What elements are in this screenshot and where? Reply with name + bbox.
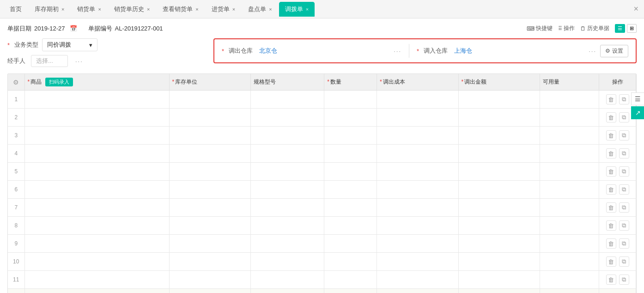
tab-sales-history[interactable]: 销货单历史 ×: [108, 2, 156, 17]
scan-button[interactable]: 扫码录入: [45, 78, 73, 86]
tab-inventory[interactable]: 盘点单 ×: [242, 2, 278, 17]
person-row: 经手人 选择... ···: [7, 55, 206, 67]
business-type-select[interactable]: 同价调拨 ▾: [42, 38, 97, 51]
out-warehouse-more-button[interactable]: ···: [394, 48, 401, 55]
items-table: ⚙ *商品 扫码录入 *库存单位 规格型号 *数量 *调出成本 *调出金额 可用…: [7, 73, 637, 293]
in-required-marker: *: [417, 48, 419, 55]
subtotal-row: 小计 0.00 0.00 0.00: [8, 289, 636, 293]
warehouse-divider: [409, 44, 409, 58]
close-all-tabs-button[interactable]: ×: [632, 2, 640, 16]
sidebar-expand-icon[interactable]: ↗: [631, 106, 644, 119]
person-more-button[interactable]: ···: [75, 58, 83, 65]
grid-view-button[interactable]: ⊞: [627, 24, 637, 33]
copy-row-button[interactable]: ⧉: [619, 275, 629, 285]
table-row: 5🗑⧉: [8, 163, 636, 181]
form-header: 单据日期 2019-12-27 📅 单据编号 AL-20191227-001 ⌨…: [7, 24, 637, 33]
close-icon[interactable]: ×: [195, 6, 198, 12]
delete-row-button[interactable]: 🗑: [606, 220, 616, 231]
copy-row-button[interactable]: ⧉: [619, 166, 629, 177]
spec-col-header: 规格型号: [251, 74, 324, 91]
close-icon[interactable]: ×: [147, 6, 150, 12]
table-row: 4🗑⧉: [8, 145, 636, 163]
tab-home[interactable]: 首页: [4, 2, 28, 17]
action-col-header: 操作: [599, 74, 636, 91]
number-field: 单据编号 AL-20191227-001: [88, 24, 163, 33]
tab-bar: 首页 库存期初 × 销货单 × 销货单历史 × 查看销货单 × 进货单 × 盘点…: [0, 0, 644, 18]
product-col-header: *商品 扫码录入: [24, 74, 169, 91]
available-col-header: 可用量: [540, 74, 599, 91]
copy-row-button[interactable]: ⧉: [619, 94, 629, 104]
settings-col-header: ⚙: [8, 74, 24, 91]
operations-button[interactable]: ⠿ 操作: [558, 24, 575, 32]
subtotal-amount: 0.00: [458, 289, 540, 293]
copy-row-button[interactable]: ⧉: [619, 112, 629, 122]
copy-row-button[interactable]: ⧉: [619, 220, 629, 231]
copy-row-button[interactable]: ⧉: [619, 256, 629, 267]
business-type-row: * 业务类型 同价调拨 ▾: [7, 38, 206, 51]
warehouse-out-section: * 调出仓库 北京仓 ···: [222, 47, 401, 55]
tab-transfer[interactable]: 调拨单 ×: [279, 2, 315, 17]
delete-row-button[interactable]: 🗑: [606, 130, 616, 140]
table-gear-icon[interactable]: ⚙: [13, 79, 19, 86]
table-row: 3🗑⧉: [8, 127, 636, 145]
history-button[interactable]: 🗒 历史单据: [580, 24, 609, 32]
in-warehouse-more-button[interactable]: ···: [589, 48, 596, 55]
out-required-marker: *: [222, 48, 224, 55]
table-row: 7🗑⧉: [8, 199, 636, 217]
tab-view-sales[interactable]: 查看销货单 ×: [157, 2, 204, 17]
table-row: 9🗑⧉: [8, 235, 636, 253]
delete-row-button[interactable]: 🗑: [606, 275, 616, 285]
calendar-icon[interactable]: 📅: [70, 25, 77, 32]
tab-sales-order[interactable]: 销货单 ×: [71, 2, 107, 17]
unit-col-header: *库存单位: [169, 74, 251, 91]
sidebar-list-icon[interactable]: ☰: [631, 92, 644, 105]
table-row: 8🗑⧉: [8, 217, 636, 235]
delete-row-button[interactable]: 🗑: [606, 256, 616, 267]
main-content: 单据日期 2019-12-27 📅 单据编号 AL-20191227-001 ⌨…: [0, 18, 644, 293]
gear-icon: ⚙: [605, 48, 610, 54]
required-marker: *: [7, 42, 10, 49]
table-row: 11🗑⧉: [8, 271, 636, 289]
header-actions: ⌨ 快捷键 ⠿ 操作 🗒 历史单据 ☰ ⊞: [527, 24, 637, 33]
table-row: 6🗑⧉: [8, 181, 636, 199]
delete-row-button[interactable]: 🗑: [606, 202, 616, 213]
close-icon[interactable]: ×: [269, 6, 272, 12]
amount-col-header: *调出金额: [458, 74, 540, 91]
history-icon: 🗒: [580, 25, 586, 32]
list-view-button[interactable]: ☰: [615, 24, 625, 33]
warehouse-settings-button[interactable]: ⚙ 设置: [600, 45, 628, 57]
qty-col-header: *数量: [324, 74, 377, 91]
copy-row-button[interactable]: ⧉: [619, 148, 629, 159]
delete-row-button[interactable]: 🗑: [606, 148, 616, 159]
chevron-down-icon: ▾: [89, 42, 92, 49]
warehouse-in-section: * 调入仓库 上海仓 ···: [417, 47, 596, 55]
tab-purchase[interactable]: 进货单 ×: [206, 2, 241, 17]
date-field: 单据日期 2019-12-27 📅: [7, 24, 77, 33]
warehouse-box: * 调出仓库 北京仓 ··· * 调入仓库 上海仓 ··· ⚙ 设置: [213, 38, 637, 63]
delete-row-button[interactable]: 🗑: [606, 184, 616, 195]
copy-row-button[interactable]: ⧉: [619, 130, 629, 140]
close-icon[interactable]: ×: [61, 6, 64, 12]
cost-col-header: *调出成本: [377, 74, 459, 91]
close-icon[interactable]: ×: [232, 6, 235, 12]
shortcuts-button[interactable]: ⌨ 快捷键: [527, 24, 553, 32]
copy-row-button[interactable]: ⧉: [619, 202, 629, 213]
copy-row-button[interactable]: ⧉: [619, 238, 629, 249]
right-sidebar: ☰ ↗: [631, 92, 644, 119]
close-icon[interactable]: ×: [98, 6, 101, 12]
delete-row-button[interactable]: 🗑: [606, 238, 616, 249]
table-row: 1🗑⧉: [8, 91, 636, 109]
table-row: 10🗑⧉: [8, 253, 636, 271]
delete-row-button[interactable]: 🗑: [606, 112, 616, 122]
copy-row-button[interactable]: ⧉: [619, 184, 629, 195]
grid-icon: ⠿: [558, 25, 562, 32]
view-toggle: ☰ ⊞: [615, 24, 637, 33]
delete-row-button[interactable]: 🗑: [606, 166, 616, 177]
tab-init-stock[interactable]: 库存期初 ×: [29, 2, 70, 17]
subtotal-qty: 0.00: [324, 289, 377, 293]
close-icon[interactable]: ×: [306, 6, 309, 12]
subtotal-cost: 0.00: [377, 289, 459, 293]
delete-row-button[interactable]: 🗑: [606, 94, 616, 104]
subtotal-label: 小计: [24, 289, 169, 293]
table-row: 2🗑⧉: [8, 109, 636, 127]
